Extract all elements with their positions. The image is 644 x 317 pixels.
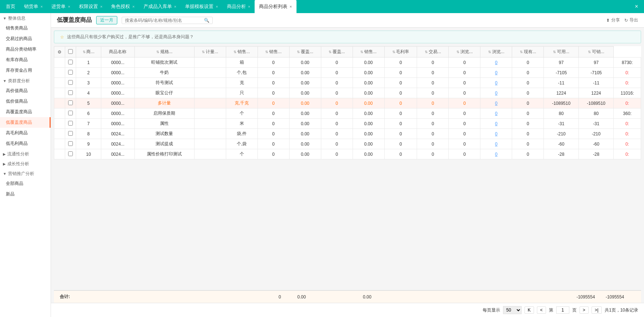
sidebar-item-sales-products[interactable]: 销售类商品 [0,23,51,33]
select-all-checkbox[interactable] [68,49,73,54]
col-name-header[interactable]: 商品名称 [101,47,134,58]
col-gross-margin-header[interactable]: 毛利率 [384,47,417,58]
row-checkbox[interactable] [68,111,73,115]
cell-checkbox[interactable] [65,88,76,98]
sidebar-group-circulation[interactable]: ▶ 流通性分析 [0,149,51,159]
col-sales-qty-header[interactable]: 销售... [226,47,258,58]
nav-purchase-order[interactable]: 进货单 × [47,0,74,13]
nav-close-icon[interactable]: × [248,0,250,13]
filter-period-button[interactable]: 近一月 [96,16,117,24]
browse-link[interactable]: 0 [495,80,498,86]
browse-link[interactable]: 0 [495,101,498,106]
search-icon[interactable]: 🔍 [204,18,209,23]
cell-checkbox[interactable] [65,108,76,119]
nav-template-settings[interactable]: 单据模板设置 × [181,0,222,13]
nav-permission-settings[interactable]: 权限设置 × [75,0,107,13]
nav-close-icon[interactable]: × [68,0,70,13]
sidebar-group-growth[interactable]: ▶ 成长性分析 [0,159,51,169]
row-checkbox[interactable] [68,121,73,126]
nav-close-icon[interactable]: × [100,0,102,13]
cell-checkbox[interactable] [65,119,76,129]
cell-checkbox[interactable] [65,149,76,159]
cell-browse1[interactable]: 0 [480,88,512,98]
row-checkbox[interactable] [68,151,73,156]
sidebar-group-cluster[interactable]: ▼ 类群度分析 [0,76,51,86]
cell-browse1[interactable]: 0 [480,149,512,159]
col-coverage2-header[interactable]: 覆盖... [321,47,353,58]
nav-product-inbound[interactable]: 产成品入库单 × [139,0,181,13]
col-coverage1-header[interactable]: 覆盖... [289,47,321,58]
nav-close-icon[interactable]: × [174,0,176,13]
row-checkbox[interactable] [68,70,73,75]
sidebar-item-low-coverage[interactable]: 低覆盖度商品 [0,117,51,128]
row-checkbox[interactable] [68,90,73,95]
col-sales-amt-header[interactable]: 销售... [258,47,289,58]
sidebar-item-new-products[interactable]: 新品 [0,189,51,199]
row-checkbox[interactable] [68,131,73,136]
row-checkbox[interactable] [68,100,73,105]
share-button[interactable]: ⬆ 分享 [606,17,620,23]
cell-checkbox[interactable] [65,58,76,68]
col-code-header[interactable]: 商... [76,47,101,58]
sidebar-item-traded-products[interactable]: 交易过的商品 [0,33,51,44]
per-page-select[interactable]: 50 20 100 [503,306,522,314]
col-sales-data-header[interactable]: 销售... [353,47,384,58]
col-current-stock-header[interactable]: 现有... [512,47,544,58]
export-button[interactable]: ↻ 导出 [624,17,638,23]
col-transaction-header[interactable]: 交易... [417,47,449,58]
sidebar-item-high-margin[interactable]: 高毛利商品 [0,128,51,138]
cell-checkbox[interactable] [65,139,76,149]
cell-browse1[interactable]: 0 [480,78,512,88]
nav-close-active-icon[interactable]: × [290,0,292,13]
browse-link[interactable]: 0 [495,70,498,75]
prev-page-button[interactable]: < [537,306,546,314]
cell-checkbox[interactable] [65,68,76,78]
browse-link[interactable]: 0 [495,60,498,65]
last-page-button[interactable]: >| [592,306,602,314]
sidebar-item-stocked-products[interactable]: 有库存商品 [0,55,51,65]
cell-browse1[interactable]: 0 [480,129,512,139]
page-number-input[interactable] [556,306,569,314]
cell-checkbox[interactable] [65,129,76,139]
nav-close-icon[interactable]: × [132,0,134,13]
browse-link[interactable]: 0 [495,131,498,136]
browse-link[interactable]: 0 [495,142,498,147]
nav-close-icon[interactable]: × [216,0,218,13]
first-page-button[interactable]: K [525,306,534,314]
row-checkbox[interactable] [68,60,73,64]
cell-checkbox[interactable] [65,98,76,108]
sidebar-item-low-margin[interactable]: 低毛利商品 [0,138,51,149]
row-checkbox[interactable] [68,80,73,85]
sidebar-group-overall[interactable]: ▼ 整体信息 [0,13,51,23]
col-unit-header[interactable]: 计量... [194,47,226,58]
cell-browse1[interactable]: 0 [480,108,512,119]
browse-link[interactable]: 0 [495,152,498,157]
sidebar-item-high-coverage[interactable]: 高覆盖度商品 [0,107,51,117]
table-wrapper[interactable]: ⚙ 商... 商品名称 规格... 计量... 销售... 销售... 覆盖..… [54,46,641,290]
nav-sales-order[interactable]: 销货单 × [20,0,47,13]
search-input[interactable] [125,18,204,23]
sidebar-group-marketing[interactable]: ▼ 营销推广分析 [0,169,51,178]
sidebar-item-low-value[interactable]: 低价值商品 [0,96,51,107]
sidebar-item-stock-capital[interactable]: 库存资金占用 [0,65,51,76]
cell-browse1[interactable]: 0 [480,139,512,149]
sidebar-item-category-sales-rate[interactable]: 商品分类动销率 [0,44,51,55]
col-browse1-header[interactable]: 浏览... [449,47,480,58]
col-settings-header[interactable]: ⚙ [54,47,65,58]
window-close-button[interactable]: × [631,3,643,10]
nav-product-analysis-list[interactable]: 商品分析列表 × [255,0,296,13]
cell-browse1[interactable]: 0 [480,58,512,68]
col-saleable-header[interactable]: 可销... [579,47,614,58]
col-checkbox-header[interactable] [65,47,76,58]
nav-home[interactable]: 首页 [1,0,20,13]
sidebar-item-all-products[interactable]: 全部商品 [0,178,51,189]
row-checkbox[interactable] [68,141,73,146]
browse-link[interactable]: 0 [495,91,498,96]
next-page-button[interactable]: > [580,306,589,314]
cell-browse1[interactable]: 0 [480,68,512,78]
col-spec-header[interactable]: 规格... [134,47,194,58]
nav-product-analysis[interactable]: 商品分析 × [223,0,255,13]
browse-link[interactable]: 0 [495,111,498,116]
nav-close-icon[interactable]: × [40,0,43,13]
cell-browse1[interactable]: 0 [480,119,512,129]
